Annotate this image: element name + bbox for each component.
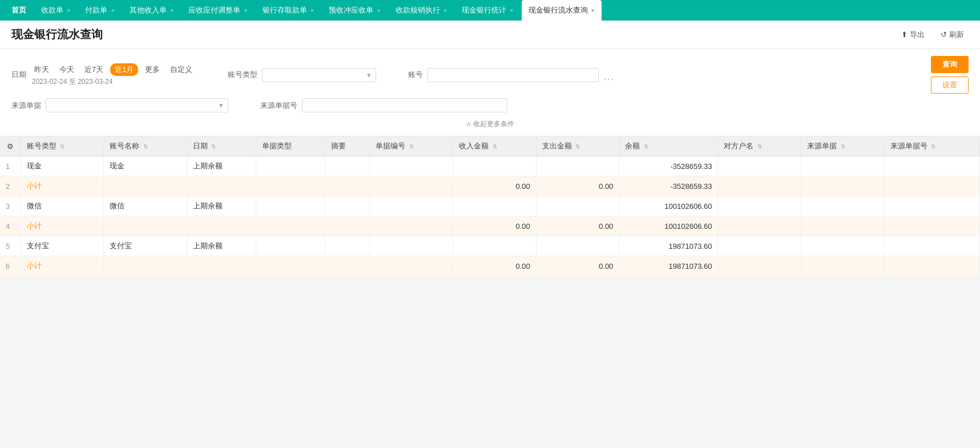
table-row[interactable]: 2 小计 0.00 0.00 -3528659.33	[0, 176, 980, 196]
bank-flow-tab-label: 现金银行流水查询	[529, 5, 588, 15]
nav-tab-home[interactable]: 首页	[5, 0, 33, 21]
counterparty-cell	[718, 216, 801, 236]
income-column-header[interactable]: 收入金额 ⇅	[453, 136, 537, 156]
close-icon[interactable]: ×	[111, 7, 114, 14]
date-column-header[interactable]: 日期 ⇅	[187, 136, 256, 156]
account-name-cell: 现金	[104, 156, 187, 176]
doc-no-column-header[interactable]: 单据编号 ⇅	[370, 136, 453, 156]
source-doc-no-input[interactable]	[302, 98, 507, 112]
close-icon[interactable]: ×	[510, 7, 513, 14]
account-type-select[interactable]: ▾	[262, 68, 376, 82]
close-icon[interactable]: ×	[67, 7, 70, 14]
close-icon[interactable]: ×	[244, 7, 247, 14]
expense-column-header[interactable]: 支出金额 ⇅	[536, 136, 619, 156]
source-doc-no-filter: 来源单据号	[260, 98, 507, 112]
expense-cell: 0.00	[536, 256, 619, 276]
refresh-button[interactable]: ↺ 刷新	[936, 27, 969, 42]
account-name-cell: 支付宝	[104, 236, 187, 256]
date-cell	[187, 176, 256, 196]
account-type-cell: 小计	[21, 216, 104, 236]
account-name-col-label: 账号名称	[110, 142, 139, 150]
doc-no-cell	[370, 256, 453, 276]
close-icon[interactable]: ×	[170, 7, 174, 14]
table-row[interactable]: 1 现金 现金 上期余额 -3528659.33	[0, 156, 980, 176]
gear-column-header[interactable]: ⚙	[0, 136, 21, 156]
balance-cell: 19871073.60	[619, 236, 718, 256]
account-type-column-header[interactable]: 账号类型 ⇅	[21, 136, 104, 156]
sort-icon: ⇅	[575, 143, 580, 150]
close-icon[interactable]: ×	[443, 7, 447, 14]
account-input[interactable]	[428, 68, 599, 82]
account-type-cell: 微信	[21, 196, 104, 216]
date-btn-more[interactable]: 更多	[142, 63, 163, 76]
nav-tab-payment[interactable]: 付款单 ×	[78, 0, 121, 21]
doc-no-cell	[370, 216, 453, 236]
export-button[interactable]: ⬆ 导出	[897, 27, 929, 42]
table-container: ⚙ 账号类型 ⇅ 账号名称 ⇅ 日期 ⇅ 单据类型 摘要	[0, 136, 980, 276]
header-actions: ⬆ 导出 ↺ 刷新	[897, 27, 969, 42]
row-number: 1	[0, 156, 21, 176]
nav-tab-receipt[interactable]: 收款单 ×	[34, 0, 77, 21]
sort-icon: ⇅	[644, 143, 648, 150]
account-label: 账号	[408, 70, 423, 80]
nav-tab-bank-deposit[interactable]: 银行存取款单 ×	[256, 0, 321, 21]
action-buttons: 查询 设置	[931, 56, 969, 94]
balance-column-header[interactable]: 余额 ⇅	[619, 136, 718, 156]
balance-cell: -3528659.33	[619, 176, 718, 196]
account-dots-button[interactable]: ...	[603, 72, 614, 82]
source-doc-no-cell	[884, 256, 979, 276]
counterparty-cell	[718, 196, 801, 216]
date-btn-yesterday[interactable]: 昨天	[31, 63, 53, 76]
filter-area: 日期 昨天 今天 近7天 近1月 更多 自定义 2023-02-24 至 202…	[0, 49, 980, 136]
query-button[interactable]: 查询	[931, 56, 969, 73]
table-row[interactable]: 3 微信 微信 上期余额 100102606.60	[0, 196, 980, 216]
account-name-column-header[interactable]: 账号名称 ⇅	[104, 136, 187, 156]
sort-icon: ⇅	[493, 143, 497, 150]
close-icon[interactable]: ×	[591, 7, 595, 14]
date-btn-7days[interactable]: 近7天	[81, 63, 107, 76]
settings-button[interactable]: 设置	[931, 76, 969, 94]
account-type-filter: 账号类型 ▾	[228, 68, 376, 82]
nav-tab-other-income[interactable]: 其他收入单 ×	[123, 0, 180, 21]
source-doc-filter: 来源单据 ▾	[11, 98, 228, 112]
date-btn-1month[interactable]: 近1月	[110, 63, 138, 76]
table-row[interactable]: 5 支付宝 支付宝 上期余额 19871073.60	[0, 236, 980, 256]
nav-tab-collection-exec[interactable]: 收款核销执行 ×	[389, 0, 454, 21]
table-row[interactable]: 6 小计 0.00 0.00 19871073.60	[0, 256, 980, 276]
nav-tab-prepay[interactable]: 预收冲应收单 ×	[322, 0, 387, 21]
date-btn-today[interactable]: 今天	[56, 63, 78, 76]
summary-column-header[interactable]: 摘要	[325, 136, 370, 156]
expense-cell: 0.00	[536, 216, 619, 236]
source-doc-select[interactable]: ▾	[46, 98, 228, 112]
nav-tab-bank-stats[interactable]: 现金银行统计 ×	[455, 0, 520, 21]
collapse-bar[interactable]: ∧ 收起更多条件	[11, 117, 969, 131]
date-filter-label: 日期	[11, 70, 26, 80]
table-row[interactable]: 4 小计 0.00 0.00 100102606.60	[0, 216, 980, 236]
close-icon[interactable]: ×	[377, 7, 380, 14]
sort-icon: ⇅	[757, 143, 762, 150]
close-icon[interactable]: ×	[310, 7, 314, 14]
expense-cell: 0.00	[536, 176, 619, 196]
source-doc-no-column-header[interactable]: 来源单据号 ⇅	[884, 136, 979, 156]
page-title: 现金银行流水查询	[11, 27, 103, 42]
income-cell: 0.00	[453, 176, 537, 196]
counterparty-cell	[718, 236, 801, 256]
doc-type-column-header[interactable]: 单据类型	[256, 136, 325, 156]
source-doc-cell	[801, 216, 885, 236]
summary-col-label: 摘要	[331, 142, 346, 150]
date-btn-custom[interactable]: 自定义	[167, 63, 196, 76]
source-doc-no-cell	[884, 216, 979, 236]
account-type-cell: 小计	[21, 256, 104, 276]
counterparty-column-header[interactable]: 对方户名 ⇅	[718, 136, 801, 156]
collapse-icon: ∧	[466, 120, 471, 128]
nav-tab-bank-flow[interactable]: 现金银行流水查询 ×	[522, 0, 602, 21]
source-doc-no-cell	[884, 236, 979, 256]
doc-type-cell	[256, 196, 325, 216]
source-doc-cell	[801, 196, 885, 216]
date-buttons: 昨天 今天 近7天 近1月 更多 自定义	[31, 63, 196, 76]
source-doc-cell	[801, 236, 885, 256]
doc-no-cell	[370, 156, 453, 176]
doc-type-cell	[256, 176, 325, 196]
nav-tab-adjustment[interactable]: 应收应付调整单 ×	[182, 0, 254, 21]
source-doc-column-header[interactable]: 来源单据 ⇅	[801, 136, 885, 156]
